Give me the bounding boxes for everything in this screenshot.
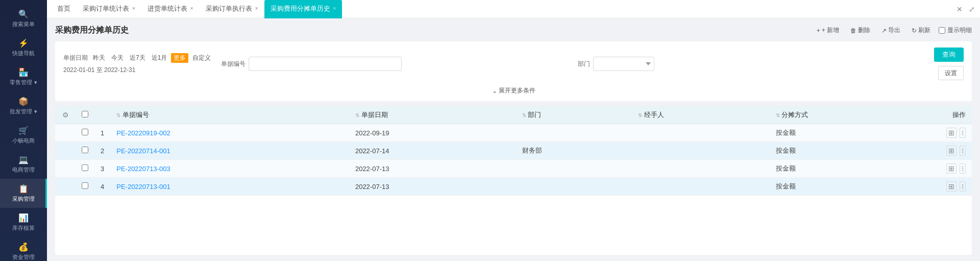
add-button[interactable]: + + 新增 (814, 25, 842, 36)
doc-no-link[interactable]: PE-20220714-001 (116, 147, 170, 155)
close-window-icon[interactable]: ✕ (955, 4, 964, 14)
cell-handler (632, 124, 769, 142)
refresh-button[interactable]: ↻ 刷新 (909, 25, 934, 36)
delete-button[interactable]: 🗑 删除 (847, 25, 873, 36)
doc-no-link[interactable]: PE-20220919-002 (116, 129, 170, 137)
doc-no-input[interactable] (249, 57, 402, 71)
doc-no-link[interactable]: PE-20220713-003 (116, 165, 170, 173)
col-split-method: ⇅ 分摊方式 (770, 106, 931, 124)
doc-no-link[interactable]: PE-20220713-001 (116, 183, 170, 191)
doc-no-label: 单据编号 (221, 60, 246, 68)
more-action-icon[interactable]: ⁝ (960, 128, 966, 138)
select-all-checkbox[interactable] (82, 111, 88, 117)
dept-select[interactable]: 财务部 (593, 57, 654, 71)
cell-dept (516, 160, 632, 178)
date-filter-group: 单据日期 昨天 今天 近7天 近1月 更多 自定义 2022-01-01 至 2… (63, 53, 213, 75)
chevron-down-icon: ⌄ (492, 87, 497, 94)
cell-handler (632, 178, 769, 196)
cell-split-method: 按金额 (770, 142, 931, 160)
sidebar-item-库存核算[interactable]: 📊 库存核算 (0, 208, 47, 237)
sidebar-item-快捷导航[interactable]: ⚡ 快捷导航 (0, 33, 47, 62)
cell-doc-no: PE-20220919-002 (110, 124, 349, 142)
filter-row-main: 单据日期 昨天 今天 近7天 近1月 更多 自定义 2022-01-01 至 2… (63, 48, 964, 80)
sort-icon-date: ⇅ (355, 112, 359, 118)
sidebar-icon: 📋 (18, 184, 29, 194)
sidebar-item-采购管理[interactable]: 📋 采购管理 (0, 179, 47, 208)
dept-label: 部门 (578, 60, 590, 68)
sidebar-icon: 📦 (18, 97, 29, 106)
cell-settings (55, 124, 76, 142)
last1m-btn[interactable]: 近1月 (150, 53, 169, 63)
tab-close-icon[interactable]: × (255, 6, 258, 11)
sidebar-item-批发管理[interactable]: 📦 批发管理 ▾ (0, 91, 47, 121)
query-button[interactable]: 查询 (934, 48, 964, 62)
show-detail-checkbox[interactable]: 显示明细 (939, 26, 972, 35)
tab-采购订单执行表[interactable]: 采购订单执行表× (200, 0, 264, 18)
more-action-icon[interactable]: ⁝ (960, 181, 966, 192)
tab-采购费用分摊单历史[interactable]: 采购费用分摊单历史× (264, 0, 342, 18)
expand-conditions-btn[interactable]: ⌄ 展开更多条件 (487, 84, 541, 97)
table-header: ⚙ ⇅ 单据编号 ⇅ 单据日期 (55, 106, 972, 124)
tab-label: 进货单统计表 (148, 4, 187, 13)
row-checkbox[interactable] (82, 164, 88, 171)
filter-right-actions: 查询 设置 (934, 48, 964, 80)
show-detail-input[interactable] (939, 27, 945, 34)
sort-icon-split: ⇅ (776, 112, 780, 118)
sidebar-label: 资金管理 (12, 253, 35, 261)
sidebar-label: 采购管理 (12, 195, 35, 203)
today-btn[interactable]: 今天 (109, 53, 126, 63)
row-checkbox[interactable] (82, 129, 88, 135)
doc-no-filter-group: 单据编号 (221, 57, 569, 71)
cell-dept: 财务部 (516, 142, 632, 160)
tab-close-icon[interactable]: × (190, 6, 193, 11)
add-icon: + (817, 27, 820, 34)
export-button[interactable]: ↗ 导出 (878, 25, 903, 36)
expand-window-icon[interactable]: ⤢ (968, 4, 976, 14)
delete-icon: 🗑 (850, 27, 856, 34)
more-action-icon[interactable]: ⁝ (960, 163, 966, 174)
tab-采购订单统计表[interactable]: 采购订单统计表× (77, 0, 141, 18)
filter-bar: 单据日期 昨天 今天 近7天 近1月 更多 自定义 2022-01-01 至 2… (55, 41, 972, 101)
cell-checkbox (76, 178, 94, 196)
sidebar-item-搜索菜单[interactable]: 🔍 搜索菜单 (0, 4, 47, 33)
tab-首页[interactable]: 首页 (51, 0, 77, 18)
cell-checkbox (76, 160, 94, 178)
col-checkbox (76, 106, 94, 124)
table-container: ⚙ ⇅ 单据编号 ⇅ 单据日期 (55, 106, 972, 255)
more-btn[interactable]: 更多 (171, 53, 188, 63)
last7-btn[interactable]: 近7天 (128, 53, 148, 63)
row-checkbox[interactable] (82, 147, 88, 153)
col-actions: 操作 (931, 106, 972, 124)
sidebar-item-零售管理[interactable]: 🏪 零售管理 ▾ (0, 62, 47, 91)
row-checkbox[interactable] (82, 182, 88, 189)
cell-doc-date: 2022-09-19 (349, 124, 516, 142)
cell-settings (55, 142, 76, 160)
tab-close-icon[interactable]: × (333, 6, 336, 11)
view-action-icon[interactable]: ⊞ (946, 181, 957, 192)
table-settings-icon[interactable]: ⚙ (62, 111, 69, 119)
sidebar-item-小畅电商[interactable]: 🛒 小畅电商 (0, 121, 47, 150)
page-title: 采购费用分摊单历史 (55, 25, 129, 36)
sort-icon: ⇅ (116, 112, 120, 118)
settings-button[interactable]: 设置 (938, 66, 964, 80)
col-doc-no: ⇅ 单据编号 (110, 106, 349, 124)
col-dept: ⇅ 部门 (516, 106, 632, 124)
tab-进货单统计表[interactable]: 进货单统计表× (141, 0, 200, 18)
sidebar-icon: 🛒 (18, 126, 29, 135)
view-action-icon[interactable]: ⊞ (946, 128, 957, 138)
tab-label: 采购费用分摊单历史 (271, 4, 330, 13)
view-action-icon[interactable]: ⊞ (946, 163, 957, 174)
yesterday-btn[interactable]: 昨天 (91, 53, 107, 63)
col-handler: ⇅ 经手人 (632, 106, 769, 124)
sidebar-label: 库存核算 (12, 224, 35, 232)
view-action-icon[interactable]: ⊞ (946, 146, 957, 156)
tab-close-icon[interactable]: × (132, 6, 135, 11)
date-filter-label: 单据日期 (63, 54, 88, 62)
more-action-icon[interactable]: ⁝ (960, 146, 966, 156)
custom-btn[interactable]: 自定义 (190, 53, 213, 63)
cell-dept (516, 124, 632, 142)
sidebar-item-电商管理[interactable]: 💻 电商管理 (0, 150, 47, 179)
sidebar-item-资金管理[interactable]: 💰 资金管理 (0, 237, 47, 261)
sidebar-label: 批发管理 ▾ (10, 108, 37, 115)
cell-checkbox (76, 142, 94, 160)
